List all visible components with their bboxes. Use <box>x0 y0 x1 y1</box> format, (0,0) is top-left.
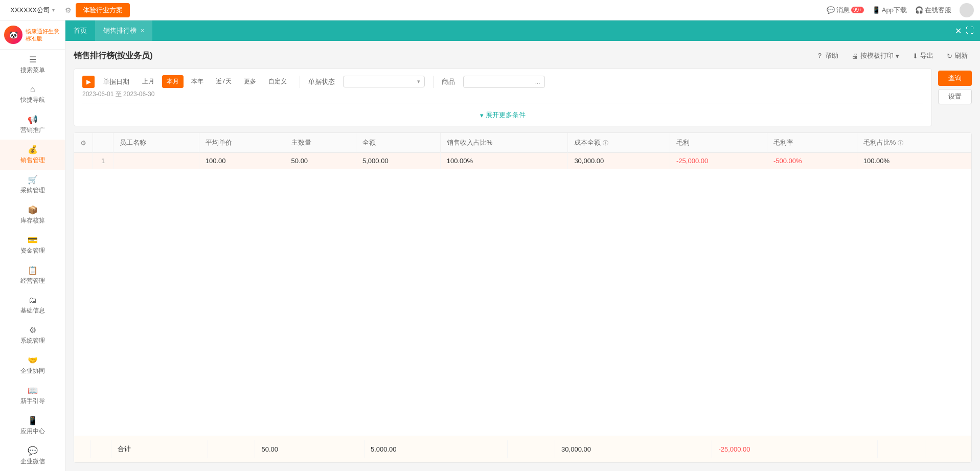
recent-days-btn[interactable]: 近7天 <box>211 75 236 88</box>
date-filter-label: 单据日期 <box>103 77 129 86</box>
gear-icon[interactable]: ⚙ <box>65 6 72 14</box>
sidebar-item-label: 经营管理 <box>20 277 45 285</box>
headset-icon: 🎧 <box>915 6 923 14</box>
online-service-label: 在线客服 <box>925 6 951 15</box>
main-layout: 🐼 畅康通好生意 标准版 ☰ 搜索菜单 ⌂ 快捷导航 📢 营销推广 💰 销售管理… <box>0 20 980 471</box>
export-icon: ⬇ <box>913 52 918 60</box>
top-bar: XXXXXX公司 ▾ ⚙ 体验行业方案 💬 消息 99+ 📱 App下载 🎧 在… <box>0 0 980 20</box>
refresh-icon: ↻ <box>947 52 952 60</box>
sidebar-item-quick-nav[interactable]: ⌂ 快捷导航 <box>0 80 65 109</box>
finance-icon: 💳 <box>28 235 38 245</box>
this-month-btn[interactable]: 本月 <box>162 75 184 88</box>
message-area[interactable]: 💬 消息 99+ <box>827 6 864 15</box>
row-rank: 1 <box>93 153 113 169</box>
sidebar-item-label: 营销推广 <box>20 126 45 134</box>
export-button[interactable]: ⬇ 导出 <box>908 49 938 62</box>
sidebar-item-label: 企业协同 <box>20 367 45 375</box>
goods-input[interactable]: ... <box>463 76 545 88</box>
tab-sales-ranking[interactable]: 销售排行榜 × <box>95 20 152 41</box>
table-footer: 合计 50.00 5,000.00 30,000.00 -25,000.00 <box>74 436 971 462</box>
more-dates-btn[interactable]: 更多 <box>239 75 261 88</box>
row-cost-amount: 30,000.00 <box>568 153 670 169</box>
purchase-icon: 🛒 <box>28 175 38 185</box>
sidebar-item-label: 销售管理 <box>20 156 45 165</box>
custom-date-btn[interactable]: 自定义 <box>264 75 291 88</box>
row-gross-pct: 100.00% <box>857 153 971 169</box>
status-select[interactable]: ▾ <box>343 76 425 87</box>
sidebar-item-wechat[interactable]: 💬 企业微信 <box>0 441 65 471</box>
sidebar-item-search-order[interactable]: ☰ 搜索菜单 <box>0 50 65 80</box>
message-badge: 99+ <box>851 7 864 13</box>
col-settings[interactable]: ⚙ <box>74 133 93 153</box>
col-gross-rate: 毛利率 <box>767 133 857 153</box>
sidebar-item-label: 系统管理 <box>20 337 45 345</box>
online-service-link[interactable]: 🎧 在线客服 <box>915 6 951 15</box>
header-actions: ？ 帮助 🖨 按模板打印 ▾ ⬇ 导出 ↻ 刷新 <box>812 49 972 62</box>
trial-button[interactable]: 体验行业方案 <box>76 3 130 17</box>
col-rank <box>93 133 113 153</box>
sidebar-item-basic-info[interactable]: 🗂 基础信息 <box>0 290 65 320</box>
filter-area: ▶ 单据日期 上月 本月 本年 近7天 更多 自定义 <box>74 69 932 126</box>
footer-avg-price <box>208 440 255 458</box>
company-selector[interactable]: XXXXXX公司 ▾ <box>6 4 59 17</box>
col-avg-price: 平均单价 <box>199 133 285 153</box>
print-button[interactable]: 🖨 按模板打印 ▾ <box>848 49 903 62</box>
print-icon: 🖨 <box>852 52 858 60</box>
wechat-icon: 💬 <box>28 446 38 456</box>
mobile-icon: 📱 <box>872 6 880 14</box>
col-sales-pct: 销售收入占比% <box>440 133 568 153</box>
filter-toggle-icon[interactable]: ▶ <box>82 76 95 88</box>
sidebar-item-finance[interactable]: 💳 资金管理 <box>0 230 65 260</box>
goods-more-icon[interactable]: ... <box>535 78 540 85</box>
app-download-link[interactable]: 📱 App下载 <box>872 6 907 15</box>
row-qty: 50.00 <box>285 153 356 169</box>
query-button[interactable]: 查询 <box>938 71 972 86</box>
tab-close-all-icon[interactable]: ✕ <box>955 26 962 36</box>
sidebar-item-guide[interactable]: 📖 新手引导 <box>0 380 65 411</box>
gross-pct-info-icon[interactable]: ⓘ <box>898 140 903 146</box>
expand-more-btn[interactable]: ▾ 展开更多条件 <box>82 110 923 120</box>
goods-filter-label: 商品 <box>442 77 455 86</box>
footer-gross-pct <box>925 440 971 458</box>
status-chevron-icon: ▾ <box>417 78 420 85</box>
quick-nav-icon: ⌂ <box>30 85 35 94</box>
row-gross-profit: -25,000.00 <box>670 153 767 169</box>
sidebar-item-operation[interactable]: 📋 经营管理 <box>0 260 65 290</box>
sidebar-item-marketing[interactable]: 📢 营销推广 <box>0 109 65 140</box>
footer-sales-pct <box>508 440 555 458</box>
footer-amount: 5,000.00 <box>364 440 507 458</box>
guide-icon: 📖 <box>28 386 38 395</box>
filter-row-1: ▶ 单据日期 上月 本月 本年 近7天 更多 自定义 <box>82 75 923 88</box>
footer-gross-profit: -25,000.00 <box>712 440 877 458</box>
sidebar-item-system[interactable]: ⚙ 系统管理 <box>0 320 65 350</box>
tab-home[interactable]: 首页 <box>65 20 95 41</box>
sidebar-item-sales[interactable]: 💰 销售管理 <box>0 140 65 170</box>
tab-sales-ranking-label: 销售排行榜 <box>103 26 136 35</box>
sidebar-item-app-center[interactable]: 📱 应用中心 <box>0 411 65 441</box>
help-button[interactable]: ？ 帮助 <box>812 49 842 62</box>
refresh-button[interactable]: ↻ 刷新 <box>943 49 972 62</box>
this-year-btn[interactable]: 本年 <box>187 75 208 88</box>
enterprise-icon: 🤝 <box>28 355 38 365</box>
tab-close-icon[interactable]: × <box>141 27 144 34</box>
filter-divider-1 <box>300 76 300 88</box>
table-header-row: ⚙ 员工名称 平均单价 主数量 全额 销售收入占比% 成本全额 ⓘ 毛利 毛利率 <box>74 133 971 153</box>
sidebar-item-label: 应用中心 <box>20 427 45 436</box>
status-filter-label: 单据状态 <box>308 77 335 86</box>
chevron-down-icon: ▾ <box>52 7 55 13</box>
sales-icon: 💰 <box>28 145 38 154</box>
tab-maximize-icon[interactable]: ⛶ <box>966 26 974 35</box>
sidebar-item-purchase[interactable]: 🛒 采购管理 <box>0 170 65 200</box>
settings-row-button[interactable]: 设置 <box>938 89 972 104</box>
sidebar-item-enterprise[interactable]: 🤝 企业协同 <box>0 350 65 380</box>
sidebar-item-inventory[interactable]: 📦 库存核算 <box>0 200 65 230</box>
tab-bar-right: ✕ ⛶ <box>955 26 980 36</box>
col-gross-profit: 毛利 <box>670 133 767 153</box>
prev-month-btn[interactable]: 上月 <box>138 75 159 88</box>
cost-info-icon[interactable]: ⓘ <box>603 140 608 146</box>
app-download-label: App下载 <box>882 6 907 15</box>
table-area: ⚙ 员工名称 平均单价 主数量 全额 销售收入占比% 成本全额 ⓘ 毛利 毛利率 <box>74 132 972 463</box>
user-avatar[interactable] <box>960 3 974 17</box>
col-gross-pct: 毛利占比% ⓘ <box>857 133 971 153</box>
sales-ranking-table: ⚙ 员工名称 平均单价 主数量 全额 销售收入占比% 成本全额 ⓘ 毛利 毛利率 <box>74 133 971 169</box>
